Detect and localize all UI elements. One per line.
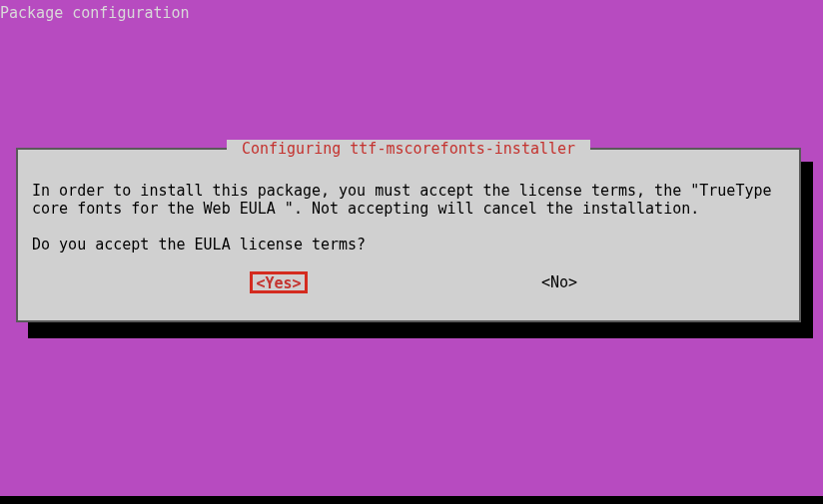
dialog-body: In order to install this package, you mu…	[32, 182, 785, 271]
dialog-text-line1: In order to install this package, you mu…	[32, 182, 785, 218]
terminal-screen: Package configuration Configuring ttf-ms…	[0, 0, 823, 496]
page-title: Package configuration	[0, 4, 190, 22]
dialog-title-wrap: Configuring ttf-mscorefonts-installer	[18, 140, 799, 158]
no-button[interactable]: <No>	[541, 273, 577, 291]
dialog-text-line2: Do you accept the EULA license terms?	[32, 236, 785, 253]
yes-button[interactable]: <Yes>	[250, 271, 308, 293]
config-dialog: Configuring ttf-mscorefonts-installer In…	[16, 148, 801, 322]
dialog-title: Configuring ttf-mscorefonts-installer	[227, 140, 590, 158]
dialog-button-row: <Yes> <No>	[18, 271, 799, 297]
